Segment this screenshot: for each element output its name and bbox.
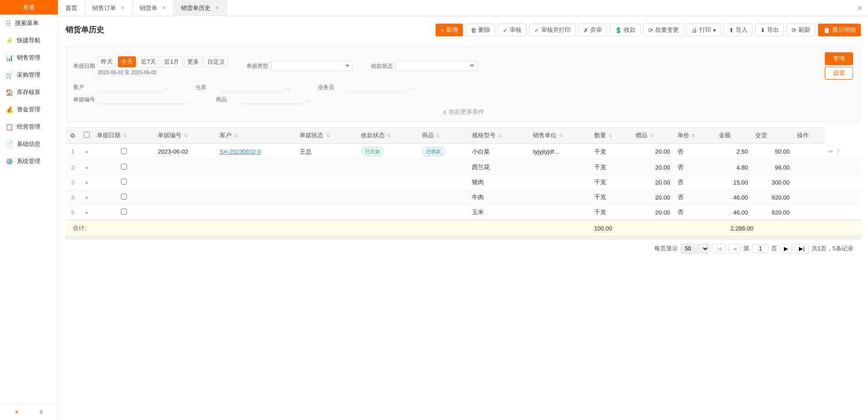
- tab-sales-history-close[interactable]: ✕: [215, 5, 219, 11]
- tab-bar-close[interactable]: ✕: [852, 5, 868, 12]
- col-doc-status[interactable]: 单据状态 ⇅: [296, 128, 357, 144]
- settings-button[interactable]: 设置: [825, 67, 853, 80]
- sidebar-item-basic-info[interactable]: 📄 基础信息: [0, 135, 58, 153]
- col-doc-no[interactable]: 单据编号 ⇅: [154, 128, 216, 144]
- row-check-4[interactable]: [121, 209, 127, 215]
- sidebar-bottom-icon1[interactable]: ☀: [14, 409, 20, 415]
- tab-sales-delivery-close[interactable]: ✕: [162, 5, 166, 11]
- row-unit-4: 千克: [591, 205, 632, 220]
- print-button[interactable]: 🖨 打印 ▾: [687, 24, 721, 36]
- delete-button[interactable]: 🗑 删除: [466, 24, 495, 36]
- col-qty[interactable]: 数量 ⇅: [591, 128, 632, 144]
- col-goods[interactable]: 商品 ⇅: [418, 128, 468, 144]
- col-settings[interactable]: ⚙: [65, 128, 80, 144]
- date-btn-more[interactable]: 更多: [184, 56, 202, 67]
- doc-no-link-0[interactable]: SA-20230602-0: [220, 148, 261, 155]
- filter-salesperson-input[interactable]: [342, 83, 406, 92]
- date-btn-last7[interactable]: 近7天: [138, 56, 159, 67]
- tab-sales-delivery[interactable]: 销货单 ✕: [132, 0, 174, 16]
- query-button[interactable]: 查询: [825, 52, 853, 65]
- date-btn-last-month[interactable]: 近1月: [161, 56, 182, 67]
- prev-page-button[interactable]: ◀: [728, 244, 741, 254]
- sidebar-item-search-menu[interactable]: ☰ 搜索菜单: [0, 15, 58, 32]
- next-page-button[interactable]: ▶: [780, 244, 792, 254]
- row-check-0[interactable]: [121, 148, 127, 154]
- col-unit-price[interactable]: 单价 ⇅: [674, 128, 716, 144]
- sidebar-item-label: 快捷导航: [17, 36, 40, 45]
- row-unit-0: 千克: [591, 144, 632, 160]
- sidebar-item-inventory[interactable]: 🏠 库存核算: [0, 84, 58, 101]
- row-customer-3: [296, 190, 357, 205]
- row-checkbox-4[interactable]: [93, 205, 154, 220]
- tab-sales-order-close[interactable]: ✕: [120, 5, 125, 11]
- sidebar-top[interactable]: 标签: [0, 0, 58, 15]
- col-customer[interactable]: 客户 ⇅: [216, 128, 296, 144]
- action-more-0[interactable]: ⋮: [835, 148, 841, 155]
- customer-picker-icon[interactable]: ...: [164, 85, 168, 90]
- row-spec-2: [529, 175, 590, 190]
- filter-date-buttons: 昨天 今天 近7天 近1月 更多: [98, 56, 228, 67]
- sidebar-item-finance[interactable]: 💰 资金管理: [0, 101, 58, 118]
- date-btn-custom[interactable]: 自定义: [204, 56, 228, 67]
- filter-warehouse-input[interactable]: [220, 83, 284, 92]
- horizontal-scrollbar[interactable]: [65, 236, 861, 240]
- row-checkbox-1[interactable]: [93, 160, 154, 175]
- col-collection-status[interactable]: 收款状态 ⇅: [357, 128, 418, 144]
- filter-goods-input[interactable]: [241, 95, 304, 104]
- salesperson-picker-icon[interactable]: ...: [409, 85, 413, 90]
- row-check-2[interactable]: [121, 179, 127, 185]
- row-checkbox-2[interactable]: [93, 175, 154, 190]
- audit-button[interactable]: ✓ 审核: [498, 24, 527, 36]
- first-page-button[interactable]: |◀: [712, 244, 726, 254]
- show-detail-button[interactable]: 📋 显示明细: [818, 24, 861, 36]
- col-checkbox[interactable]: [80, 128, 93, 144]
- date-btn-today[interactable]: 今天: [118, 56, 136, 67]
- date-btn-yesterday[interactable]: 昨天: [98, 56, 116, 67]
- sort-collection-status-icon: ⇅: [387, 133, 391, 138]
- new-button[interactable]: + 新增: [436, 24, 463, 36]
- audit-print-button[interactable]: ✓ 审核并打印: [529, 24, 576, 36]
- abandon-button[interactable]: ✗ 弃审: [578, 24, 607, 36]
- sidebar-bottom-icon2[interactable]: ⏸: [38, 409, 44, 415]
- row-collection-status-4: [418, 205, 468, 220]
- sort-spec-icon: ⇅: [498, 133, 502, 138]
- col-spec[interactable]: 规格型号 ⇅: [468, 128, 529, 144]
- delete-icon: 🗑: [471, 27, 477, 34]
- filter-doc-type-select[interactable]: [271, 61, 353, 71]
- sidebar-item-system-mgmt[interactable]: ⚙️ 系统管理: [0, 153, 58, 170]
- row-check-3[interactable]: [121, 194, 127, 200]
- refresh-button[interactable]: ⟳ 刷新: [787, 24, 815, 36]
- page-number-input[interactable]: [752, 244, 768, 253]
- col-unit[interactable]: 销售单位 ⇅: [529, 128, 590, 144]
- sidebar-item-operations[interactable]: 📋 经营管理: [0, 118, 58, 135]
- tab-sales-history[interactable]: 销货单历史 ✕: [174, 0, 227, 16]
- tab-sales-order[interactable]: 销售订单 ✕: [85, 0, 132, 16]
- per-page-select[interactable]: 50 100 200: [681, 244, 709, 254]
- select-all-checkbox[interactable]: [84, 132, 90, 138]
- sidebar-item-sales-mgmt[interactable]: 📊 销售管理: [0, 49, 58, 66]
- sidebar-item-quick-nav[interactable]: ⚡ 快捷导航: [0, 32, 58, 49]
- sidebar-item-purchase-mgmt[interactable]: 🛒 采购管理: [0, 66, 58, 84]
- last-page-button[interactable]: ▶|: [795, 244, 808, 254]
- export-button[interactable]: ⬇ 导出: [755, 24, 784, 36]
- row-doc-no-0[interactable]: SA-20230602-0: [216, 144, 296, 160]
- warehouse-picker-icon[interactable]: ...: [286, 85, 291, 90]
- col-doc-date[interactable]: 单据日期 ⇅: [93, 128, 154, 144]
- action-edit-0[interactable]: ✏: [828, 148, 833, 155]
- filter-customer-input[interactable]: [98, 83, 161, 92]
- tab-home[interactable]: 首页: [58, 0, 85, 16]
- filter-doc-type: 单据类型: [246, 61, 353, 71]
- filter-doc-no-input[interactable]: [98, 95, 189, 104]
- row-checkbox-0[interactable]: [93, 144, 154, 160]
- row-checkbox-3[interactable]: [93, 190, 154, 205]
- col-gift[interactable]: 赠品 ⇅: [632, 128, 674, 144]
- collapse-button[interactable]: ∧ 收起更多条件: [73, 108, 853, 116]
- filter-collection-status-select[interactable]: [396, 61, 477, 71]
- import-button[interactable]: ⬆ 导入: [724, 24, 753, 36]
- row-check-1[interactable]: [121, 164, 127, 170]
- col-spec-label: 规格型号: [472, 132, 496, 139]
- collect-button[interactable]: 💲 收款: [610, 24, 641, 36]
- goods-picker-icon[interactable]: ...: [307, 97, 311, 103]
- batch-change-button[interactable]: ⟳ 批量变更: [643, 24, 684, 36]
- row-settings-3: ●: [80, 190, 93, 205]
